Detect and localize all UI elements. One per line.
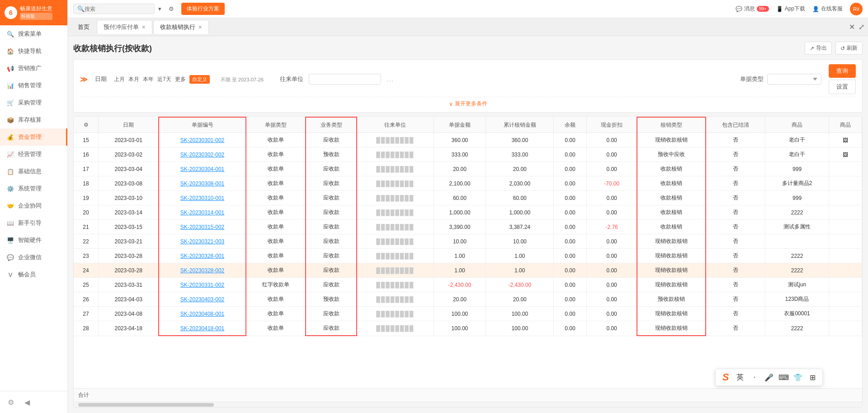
voucher-link[interactable]: SK-20230304-001 bbox=[180, 166, 224, 172]
th-product[interactable]: 商品 bbox=[765, 117, 829, 133]
float-shirt-icon[interactable]: 👕 bbox=[793, 372, 803, 383]
voucher-link[interactable]: SK-20230302-002 bbox=[180, 152, 224, 158]
tab-close-prepay[interactable]: ✕ bbox=[142, 24, 146, 30]
industry-btn[interactable]: 体验行业方案 bbox=[181, 3, 225, 15]
settings-button[interactable]: 设置 bbox=[829, 80, 856, 94]
voucher-type-select[interactable] bbox=[767, 74, 821, 85]
row-voucher-no[interactable]: SK-20230301-002 bbox=[159, 133, 246, 147]
sidebar-item-finance[interactable]: 💰 资金管理 bbox=[0, 128, 67, 146]
tab-close-writeoff[interactable]: ✕ bbox=[198, 24, 202, 30]
th-product2[interactable]: 商品 bbox=[829, 117, 862, 133]
row-voucher-no[interactable]: SK-20230308-001 bbox=[159, 176, 246, 191]
th-cash-discount[interactable]: 现金折扣 bbox=[586, 117, 637, 133]
th-biz-type[interactable]: 业务类型 bbox=[306, 117, 357, 133]
voucher-link[interactable]: SK-20230314-001 bbox=[180, 209, 224, 216]
maximize-icon[interactable]: ⤢ bbox=[859, 23, 864, 31]
th-voucher-no[interactable]: 单据编号 bbox=[159, 117, 246, 133]
gear-icon[interactable]: ⚙ bbox=[165, 3, 178, 15]
row-voucher-no[interactable]: SK-20230331-002 bbox=[159, 278, 246, 292]
sidebar-item-system[interactable]: ⚙️ 系统管理 bbox=[0, 180, 67, 197]
row-voucher-no[interactable]: SK-20230321-003 bbox=[159, 234, 246, 249]
float-en-icon[interactable]: 英 bbox=[735, 372, 745, 383]
refresh-button[interactable]: ↺ 刷新 bbox=[835, 42, 863, 55]
float-dot-icon[interactable]: · bbox=[749, 372, 760, 383]
collapse-icon[interactable]: ◀ bbox=[21, 396, 33, 408]
tab-prepay[interactable]: 预付冲应付单✕ bbox=[97, 20, 152, 34]
sidebar-item-enterprise[interactable]: 🤝 企业协同 bbox=[0, 197, 67, 214]
th-settings[interactable]: ⚙ bbox=[74, 117, 99, 133]
sidebar-item-quicknav[interactable]: 🏠 快捷导航 bbox=[0, 43, 67, 60]
voucher-link[interactable]: SK-20230315-002 bbox=[180, 224, 224, 230]
row-voucher-no[interactable]: SK-20230304-001 bbox=[159, 162, 246, 176]
scrollbar-thumb[interactable] bbox=[78, 403, 214, 407]
sidebar-item-operations[interactable]: 📈 经营管理 bbox=[0, 146, 67, 163]
date-option-this-year[interactable]: 本年 bbox=[143, 76, 154, 83]
sidebar-item-inventory[interactable]: 📦 库存核算 bbox=[0, 111, 67, 128]
sidebar-item-guide[interactable]: 📖 新手引导 bbox=[0, 214, 67, 232]
sidebar-item-marketing[interactable]: 📢 营销推广 bbox=[0, 60, 67, 77]
th-include-settled[interactable]: 包含已结清 bbox=[706, 117, 765, 133]
row-voucher-no[interactable]: SK-20230408-001 bbox=[159, 307, 246, 321]
export-button[interactable]: ↗ 导出 bbox=[805, 42, 832, 55]
float-keyboard-icon[interactable]: ⌨ bbox=[778, 372, 789, 383]
partner-input[interactable] bbox=[309, 74, 381, 85]
service-item[interactable]: 👤 在线客服 bbox=[812, 5, 843, 13]
expand-more-btn[interactable]: ∨ 展开更多条件 bbox=[449, 100, 487, 108]
sidebar-item-search[interactable]: 🔍 搜索菜单 bbox=[0, 25, 67, 43]
sidebar-item-hardware[interactable]: 🖥️ 智能硬件 bbox=[0, 232, 67, 249]
sidebar-item-wechat[interactable]: 💬 企业微信 bbox=[0, 249, 67, 266]
float-grid-icon[interactable]: ⊞ bbox=[807, 372, 818, 383]
query-button[interactable]: 查询 bbox=[829, 64, 856, 78]
settings-bottom-icon[interactable]: ⚙ bbox=[5, 396, 17, 408]
filter-expand-icon[interactable]: ≫ bbox=[80, 75, 88, 84]
voucher-link[interactable]: SK-20230403-002 bbox=[180, 296, 224, 303]
th-balance[interactable]: 余额 bbox=[554, 117, 587, 133]
row-voucher-no[interactable]: SK-20230418-001 bbox=[159, 321, 246, 336]
row-voucher-no[interactable]: SK-20230302-002 bbox=[159, 147, 246, 162]
th-partner[interactable]: 往来单位 bbox=[357, 117, 434, 133]
date-option-last-month[interactable]: 上月 bbox=[114, 76, 125, 83]
voucher-link[interactable]: SK-20230408-001 bbox=[180, 311, 224, 317]
sidebar-item-basic[interactable]: 📋 基础信息 bbox=[0, 163, 67, 180]
date-option-this-month[interactable]: 本月 bbox=[128, 76, 139, 83]
sidebar-item-sales[interactable]: 📊 销售管理 bbox=[0, 77, 67, 94]
th-voucher-type[interactable]: 单据类型 bbox=[246, 117, 306, 133]
tab-home[interactable]: 首页 bbox=[71, 20, 96, 34]
th-writeoff-total[interactable]: 累计核销金额 bbox=[486, 117, 554, 133]
row-partner: ████████ bbox=[357, 220, 434, 234]
tab-writeoff[interactable]: 收款核销执行✕ bbox=[153, 20, 209, 34]
sidebar-item-member[interactable]: V 畅会员 bbox=[0, 266, 67, 283]
row-voucher-no[interactable]: SK-20230315-002 bbox=[159, 220, 246, 234]
row-voucher-no[interactable]: SK-20230328-001 bbox=[159, 249, 246, 263]
voucher-link[interactable]: SK-20230301-002 bbox=[180, 137, 224, 143]
row-voucher-no[interactable]: SK-20230328-002 bbox=[159, 263, 246, 278]
th-amount[interactable]: 单据金额 bbox=[434, 117, 486, 133]
date-option-7days[interactable]: 近7天 bbox=[157, 76, 171, 83]
row-voucher-no[interactable]: SK-20230314-001 bbox=[159, 205, 246, 220]
th-date[interactable]: 日期 bbox=[99, 117, 159, 133]
horizontal-scrollbar[interactable] bbox=[74, 402, 862, 407]
float-s-icon[interactable]: S bbox=[720, 372, 731, 383]
sidebar-item-purchase[interactable]: 🛒 采购管理 bbox=[0, 94, 67, 111]
th-writeoff-type[interactable]: 核销类型 bbox=[637, 117, 706, 133]
float-mic-icon[interactable]: 🎤 bbox=[764, 372, 774, 383]
row-voucher-no[interactable]: SK-20230310-001 bbox=[159, 191, 246, 205]
search-input[interactable] bbox=[85, 6, 148, 12]
voucher-link[interactable]: SK-20230321-003 bbox=[180, 238, 224, 245]
app-download-item[interactable]: 📱 App下载 bbox=[776, 5, 805, 13]
row-voucher-no[interactable]: SK-20230403-002 bbox=[159, 292, 246, 307]
search-box[interactable]: 🔍 bbox=[73, 4, 155, 14]
voucher-link[interactable]: SK-20230328-001 bbox=[180, 253, 224, 259]
date-custom-btn[interactable]: 自定义 bbox=[189, 75, 210, 84]
date-option-more[interactable]: 更多 bbox=[175, 76, 186, 83]
dropdown-arrow-icon[interactable]: ▾ bbox=[158, 5, 161, 12]
voucher-link[interactable]: SK-20230328-002 bbox=[180, 267, 224, 274]
voucher-link[interactable]: SK-20230308-001 bbox=[180, 180, 224, 187]
user-avatar[interactable]: Rit bbox=[850, 3, 863, 15]
voucher-link[interactable]: SK-20230331-002 bbox=[180, 282, 224, 288]
voucher-link[interactable]: SK-20230310-001 bbox=[180, 195, 224, 201]
voucher-link[interactable]: SK-20230418-001 bbox=[180, 325, 224, 332]
close-window-icon[interactable]: ✕ bbox=[849, 23, 855, 31]
messages-item[interactable]: 💬 消息 99+ bbox=[736, 5, 769, 13]
row-no: 15 bbox=[74, 133, 99, 147]
